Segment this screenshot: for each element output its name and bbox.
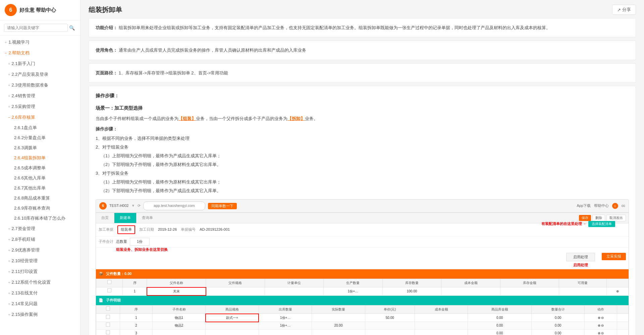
lower-th-qty-total: 数量合计 xyxy=(531,305,584,314)
sidebar-subsection-s2_11[interactable]: +2.11打印设置 xyxy=(0,266,80,277)
minus-icon: − xyxy=(8,115,10,119)
lower-td3-act: ⊕ ⊖ xyxy=(585,330,617,335)
app-nav-query[interactable]: 查询单 xyxy=(137,213,158,223)
mock-app-download: App下载 xyxy=(577,203,591,209)
lower-td1-actual xyxy=(312,314,365,322)
lower-table: 序 子件名称 商品规格 出库数量 实际数量 单价(元) 成本金额 商品库金额 数 xyxy=(96,305,629,335)
sidebar-leaf-s2_6_3[interactable]: 2.6.3调拨单 xyxy=(0,143,80,153)
lower-section-header: 📄 子件明细 xyxy=(96,296,629,305)
role-section: 使用角色： 通常由生产人员或库管人员完成拆装业务的操作，库管人员确认原材料的出库… xyxy=(89,41,636,60)
lower-th-extra xyxy=(617,305,628,314)
lower-td1-qty-total: 0.00 xyxy=(531,314,584,322)
upper-td-action: ⊕ xyxy=(606,287,628,295)
lower-section-title: 子件明细 xyxy=(106,297,121,304)
subtype-label: 子件合计 xyxy=(99,238,113,245)
logo-area: 6 好生意 帮助中心 xyxy=(0,0,80,20)
share-icon: ↗ xyxy=(617,7,621,12)
lower-th-actual-qty: 实际数量 xyxy=(312,305,365,314)
lower-th-seq: 序 xyxy=(120,305,152,314)
sidebar-subsection-s2_8[interactable]: +2.8手机旺铺 xyxy=(0,234,80,245)
sidebar: 6 好生意 帮助中心 🔍 +1.视频学习−2.帮助文档+2.1新手入门+2.2产… xyxy=(0,0,80,335)
sidebar-subsection-label: 2.2产品安装及登录 xyxy=(11,71,48,77)
sidebar-leaf-s2_6_1[interactable]: 2.6.1盘点单 xyxy=(0,123,80,133)
lower-td2-stock-val: 0.00 xyxy=(468,322,532,330)
app-save-btn[interactable]: 保存 xyxy=(579,215,591,221)
upper-th-spec: 父件规格 xyxy=(206,279,265,287)
sidebar-subsection-s2_2[interactable]: +2.2产品安装及登录 xyxy=(0,69,80,80)
lower-td2-out-qty: 1份+… xyxy=(259,322,312,330)
app-bom-btn[interactable]: 选择装配清单 xyxy=(588,221,615,227)
mock-titlebar: 6 TEST-H002 ▼ ⟳ app.test.haoshengyi.com … xyxy=(96,200,629,213)
app-handle-btn[interactable]: 立采实报 xyxy=(602,253,626,260)
sidebar-subsection-s2_6[interactable]: −2.6库存核算 xyxy=(0,112,80,123)
lower-th-price: 单价(元) xyxy=(365,305,415,314)
app-nav-home[interactable]: 自页 xyxy=(96,213,114,223)
page-header: 组装拆卸单 ↗ 分享 xyxy=(80,0,644,18)
sidebar-subsection-s2_7[interactable]: +2.7资金管理 xyxy=(0,223,80,234)
sidebar-subsection-s2_3[interactable]: +2.3使用前数据准备 xyxy=(0,80,80,91)
upper-th-name: 父件名称 xyxy=(147,279,206,287)
upper-th-stock-qty: 库存数量 xyxy=(382,279,441,287)
sidebar-subsection-s2_5[interactable]: +2.5采购管理 xyxy=(0,101,80,112)
sidebar-leaf-s2_6_8[interactable]: 2.6.8商品成本重算 xyxy=(0,193,80,203)
upper-td-stock-val xyxy=(500,287,559,295)
lower-th-name: 子件名称 xyxy=(152,305,205,314)
upper-th-seq: 序 xyxy=(123,279,147,287)
sidebar-section-s2[interactable]: −2.帮助文档 xyxy=(0,48,80,58)
lower-td2-action: ⊕ ⊖ xyxy=(585,322,617,330)
step3-2: （2）下部明细为子件明细，最终作为产成品生成其它入库单。 xyxy=(96,186,629,195)
sidebar-leaf-s2_6_9[interactable]: 2.6.9库存账本查询 xyxy=(0,203,80,213)
search-input[interactable] xyxy=(4,24,68,32)
sidebar-leaf-s2_6_6[interactable]: 2.6.6其他入库单 xyxy=(0,173,80,183)
plus-icon: + xyxy=(8,237,10,241)
sidebar-subsection-s2_12[interactable]: +2.12系统个性化设置 xyxy=(0,277,80,288)
mock-new-btn[interactable]: 同期单数一下 xyxy=(208,203,237,209)
mock-url-bar: app.test.haoshengyi.com xyxy=(143,202,205,210)
sidebar-subsection-s2_9[interactable]: +2.9优惠券管理 xyxy=(0,245,80,256)
lower-td1-seq: 1 xyxy=(120,314,152,322)
mock-toolbar-icons: App下载 帮助中心 c cc xyxy=(577,203,625,209)
lower-table-row-2: 2 物品2 1份+… 20.00 0.00 0.00 xyxy=(96,322,629,330)
sidebar-section-s1[interactable]: +1.视频学习 xyxy=(0,37,80,48)
sidebar-subsection-s2_13[interactable]: +2.13在线支付 xyxy=(0,288,80,298)
lower-td1-name: 物品1 xyxy=(152,314,205,322)
plus-icon: + xyxy=(5,40,7,44)
sidebar-subsection-s2_10[interactable]: +2.10经营管理 xyxy=(0,256,80,266)
sidebar-leaf-s2_6_7[interactable]: 2.6.7其他出库单 xyxy=(0,183,80,193)
upper-section-header: 📦 父件数量：0.00 xyxy=(96,269,629,279)
lower-th-spec: 商品规格 xyxy=(206,305,259,314)
upper-th-prod-qty: 生产数量 xyxy=(324,279,383,287)
form-header-row: 加工单据 组装单 加工日期 2019-12-26 单据编号 AD-2019122… xyxy=(96,223,629,236)
lower-td2-name: 物品2 xyxy=(152,322,205,330)
search-button[interactable]: 🔍 xyxy=(68,24,76,31)
sidebar-subsection-s2_1[interactable]: +2.1新手入门 xyxy=(0,58,80,69)
sidebar-subsection-s2_15[interactable]: +2.15操作案例 xyxy=(0,309,80,320)
sidebar-subsection-s2_14[interactable]: +2.14常见问题 xyxy=(0,298,80,309)
plus-icon: + xyxy=(8,227,10,231)
screenshot-mockup: 6 TEST-H002 ▼ ⟳ app.test.haoshengyi.com … xyxy=(96,199,629,335)
sidebar-leaf-s2_6_2[interactable]: 2.6.2分量盘点单 xyxy=(0,133,80,143)
plus-icon: + xyxy=(8,94,10,98)
role-label: 使用角色： xyxy=(96,48,117,53)
scenario1-title: 场景一：加工类型选择 xyxy=(96,104,629,112)
lower-td1-action: ⊕ ⊖ xyxy=(585,314,617,322)
sidebar-section-label: 1.视频学习 xyxy=(8,39,30,45)
lower-td2-extra xyxy=(617,322,628,330)
upper-th-stock-val: 库存金额 xyxy=(500,279,559,287)
sidebar-leaf-s2_6_5[interactable]: 2.6.5成本调整单 xyxy=(0,163,80,173)
lower-td3-sv: 0.00 xyxy=(468,330,532,335)
subtype-qty-label: 总数量 xyxy=(116,238,127,245)
app-nav-new[interactable]: 新建单 xyxy=(114,213,137,223)
sidebar-leaf-s2_6_4[interactable]: 2.6.4组装拆卸单 xyxy=(0,153,80,163)
sidebar-leaf-s2_6_10[interactable]: 2.6.10库存账本错了怎么办 xyxy=(0,213,80,223)
lower-td2-spec xyxy=(206,322,259,330)
sidebar-subsection-s2_4[interactable]: +2.4销售管理 xyxy=(0,91,80,101)
lower-td2-actual: 20.00 xyxy=(312,322,365,330)
share-label: 分享 xyxy=(622,7,631,13)
path-label: 页面路径： xyxy=(96,70,117,75)
ann3-widget: 启用处理 启用处理 xyxy=(566,253,595,269)
mock-separator: ▼ xyxy=(131,203,135,209)
upper-td-unit xyxy=(265,287,324,295)
lower-td1-stock-val: 0.00 xyxy=(468,314,532,322)
share-button[interactable]: ↗ 分享 xyxy=(612,5,636,15)
